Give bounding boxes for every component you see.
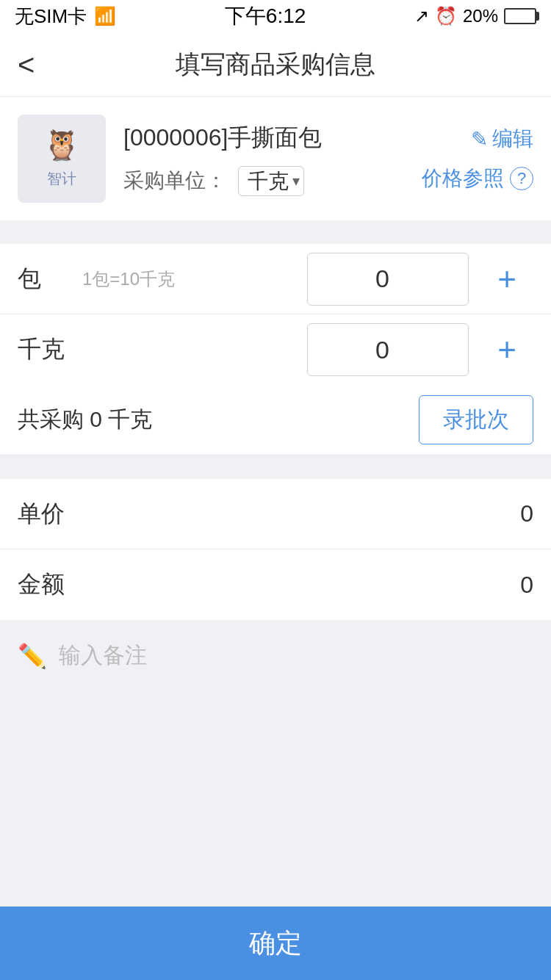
product-info: [0000006]手撕面包 采购单位： 千克 包 [123, 122, 404, 196]
product-logo-text: 智计 [47, 170, 76, 187]
status-time: 下午6:12 [225, 2, 306, 30]
quantity-row-kg: 千克 + [0, 314, 551, 385]
unit-select-wrapper[interactable]: 千克 包 [238, 166, 304, 196]
unit-bao-sublabel: 1包=10千克 [82, 267, 175, 291]
quantity-row-bao: 包 1包=10千克 + [0, 244, 551, 314]
product-logo-icon: 🦉 [43, 128, 80, 162]
total-price-value: 0 [520, 572, 533, 599]
batch-button[interactable]: 录批次 [419, 395, 533, 444]
quantity-kg-plus-button[interactable]: + [480, 323, 533, 376]
note-area[interactable]: ✏️ 输入备注 [0, 620, 551, 691]
location-icon: ↗ [414, 6, 429, 26]
back-button[interactable]: < [18, 50, 35, 79]
summary-text: 共采购 0 千克 [18, 405, 419, 435]
summary-unit: 千克 [108, 407, 152, 431]
confirm-button-label: 确定 [249, 926, 302, 962]
product-card: 🦉 智计 [0000006]手撕面包 采购单位： 千克 包 [0, 97, 551, 220]
edit-label: 编辑 [492, 125, 533, 153]
status-right: ↗ ⏰ 20% [414, 6, 536, 26]
alarm-icon: ⏰ [435, 6, 457, 26]
summary-prefix: 共采购 [18, 407, 84, 431]
price-reference-button[interactable]: 价格参照 ? [422, 165, 533, 192]
note-placeholder: 输入备注 [59, 641, 147, 671]
confirm-bar[interactable]: 确定 [0, 907, 551, 980]
note-icon: ✏️ [18, 642, 47, 670]
price-row-unit: 单价 0 [0, 479, 551, 550]
unit-bao-label: 包 [18, 263, 76, 295]
divider-band-1 [0, 232, 551, 244]
battery-icon [504, 8, 536, 24]
quantity-input-section: 包 1包=10千克 + 千克 + [0, 244, 551, 385]
product-thumbnail: 🦉 智计 [18, 115, 106, 203]
price-ref-label: 价格参照 [422, 165, 504, 192]
summary-quantity: 0 [90, 407, 108, 431]
carrier-label: 无SIM卡 [15, 4, 87, 29]
product-name: [0000006]手撕面包 [123, 122, 404, 154]
price-row-total: 金额 0 [0, 550, 551, 620]
bottom-spacer [0, 691, 551, 838]
edit-button[interactable]: ✎ 编辑 [471, 125, 533, 153]
divider-band-2 [0, 455, 551, 467]
nav-bar: < 填写商品采购信息 [0, 32, 551, 97]
wifi-icon: 📶 [94, 6, 116, 26]
total-price-label: 金额 [18, 569, 520, 601]
quantity-bao-plus-button[interactable]: + [480, 253, 533, 306]
page-title: 填写商品采购信息 [176, 48, 375, 82]
battery-percent: 20% [463, 6, 498, 26]
help-icon: ? [510, 167, 533, 190]
quantity-kg-input[interactable] [307, 323, 469, 376]
unit-price-value: 0 [520, 500, 533, 527]
product-actions: ✎ 编辑 价格参照 ? [422, 125, 533, 192]
status-left: 无SIM卡 📶 [15, 4, 116, 29]
unit-prefix-label: 采购单位： [123, 167, 226, 195]
summary-row: 共采购 0 千克 录批次 [0, 385, 551, 455]
unit-select[interactable]: 千克 包 [238, 166, 304, 196]
quantity-bao-input[interactable] [307, 253, 469, 306]
unit-price-label: 单价 [18, 498, 520, 530]
price-section: 单价 0 金额 0 [0, 479, 551, 620]
status-bar: 无SIM卡 📶 下午6:12 ↗ ⏰ 20% [0, 0, 551, 32]
edit-icon: ✎ [471, 127, 488, 151]
unit-kg-label: 千克 [18, 334, 76, 366]
